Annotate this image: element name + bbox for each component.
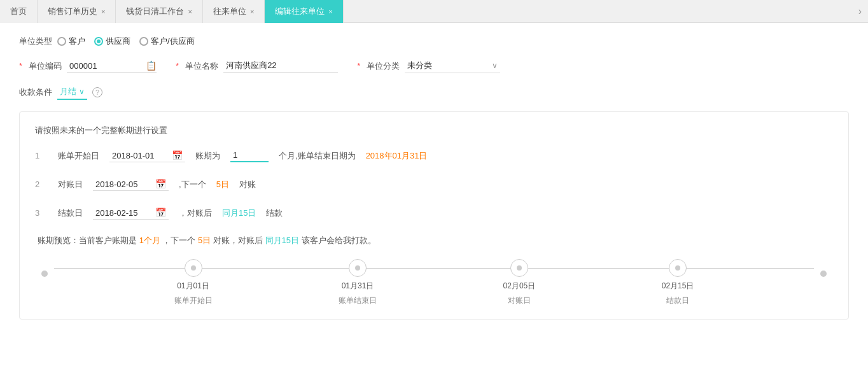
date-field-1[interactable] xyxy=(112,151,169,160)
period-suffix-after-3: 结款 xyxy=(266,208,283,219)
tab-home[interactable]: 首页 xyxy=(0,0,38,23)
timeline-label-1: 账单开始日 xyxy=(174,295,213,306)
unit-code-icon[interactable]: 📋 xyxy=(146,60,157,71)
radio-customer-circle xyxy=(57,37,66,46)
tab-home-label: 首页 xyxy=(10,6,27,17)
period-row-2: 2 对账日 📅 ,下一个 5日 对账 xyxy=(35,178,833,191)
main-content: 单位类型 客户 供应商 客户/供应商 * 单位编码 xyxy=(0,23,868,387)
timeline-dot-inner-1 xyxy=(191,265,196,271)
period-row-3: 3 结款日 📅 ，对账后 同月15日 结款 xyxy=(35,206,833,220)
tab-partner[interactable]: 往来单位 × xyxy=(203,0,265,23)
preview-part1: 1个月 xyxy=(139,236,160,245)
timeline-left-end-dot xyxy=(41,271,48,277)
tab-edit-partner[interactable]: 编辑往来单位 × xyxy=(265,0,343,23)
date-field-2[interactable] xyxy=(95,179,153,189)
radio-both-circle xyxy=(139,37,148,46)
radio-customer-label: 客户 xyxy=(69,36,85,47)
unit-category-label: 单位分类 xyxy=(367,60,400,72)
unit-name-input[interactable] xyxy=(223,60,338,73)
section-title: 请按照未来的一个完整帐期进行设置 xyxy=(35,125,833,136)
timeline-wrapper: 01月01日 账单开始日 01月31日 账单结束日 02月05日 xyxy=(35,259,833,306)
preview-part2: 5日 xyxy=(198,236,211,245)
tab-partner-close[interactable]: × xyxy=(250,8,254,15)
period-suffix-before-2: ,下一个 xyxy=(179,179,206,190)
unit-code-label: 单位编码 xyxy=(29,60,62,72)
period-num-1: 1 xyxy=(35,151,48,160)
period-num-3: 3 xyxy=(35,208,48,218)
timeline-point-1: 01月01日 账单开始日 xyxy=(174,259,213,306)
timeline-date-2: 01月31日 xyxy=(342,281,374,292)
date-field-3[interactable] xyxy=(95,208,153,218)
unit-category-required-star: * xyxy=(357,61,360,71)
timeline-dot-inner-4 xyxy=(675,265,680,271)
timeline-dot-outer-4 xyxy=(669,259,687,277)
tab-sales-history-label: 销售订单历史 xyxy=(48,6,97,17)
tab-partner-label: 往来单位 xyxy=(213,6,246,17)
preview-suffix: 该客户会给我打款。 xyxy=(302,236,376,245)
period-suffix-after-2: 对账 xyxy=(239,179,256,190)
tab-edit-partner-label: 编辑往来单位 xyxy=(275,6,325,17)
calendar-icon-3[interactable]: 📅 xyxy=(155,208,166,218)
timeline-dot-outer-3 xyxy=(510,259,528,277)
timeline-right-end-dot xyxy=(820,271,827,277)
unit-category-value: 未分类 xyxy=(407,60,489,71)
period-num-2: 2 xyxy=(35,179,48,189)
timeline-point-2: 01月31日 账单结束日 xyxy=(339,259,377,306)
period-months-input[interactable] xyxy=(230,149,269,162)
date-input-3: 📅 xyxy=(93,206,169,220)
radio-supplier[interactable]: 供应商 xyxy=(94,36,130,47)
radio-group-unit-type: 客户 供应商 客户/供应商 xyxy=(57,36,195,47)
tab-cash-work[interactable]: 钱货日清工作台 × xyxy=(116,0,202,23)
payment-terms-group: 收款条件 月结 ∨ ? xyxy=(19,85,102,100)
unit-name-label: 单位名称 xyxy=(185,60,218,72)
tab-sales-history-close[interactable]: × xyxy=(101,8,105,15)
period-label-3: 结款日 xyxy=(58,208,83,219)
unit-category-arrow-icon: ∨ xyxy=(492,61,498,70)
tab-cash-work-close[interactable]: × xyxy=(188,8,192,15)
date-input-2: 📅 xyxy=(93,178,169,191)
tab-edit-partner-close[interactable]: × xyxy=(328,8,332,15)
unit-code-required-star: * xyxy=(19,61,22,71)
period-section: 请按照未来的一个完整帐期进行设置 1 账单开始日 📅 账期为 个月,账单结束日期… xyxy=(19,111,849,320)
timeline-date-4: 02月15日 xyxy=(662,281,694,292)
unit-name-required-star: * xyxy=(176,61,179,71)
unit-name-group: * 单位名称 xyxy=(176,60,338,73)
unit-type-label: 单位类型 xyxy=(19,36,52,47)
preview-text: 账期预览：当前客户账期是 1个月 ，下一个 5日 对账，对账后 同月15日 该客… xyxy=(35,235,833,246)
date-input-1: 📅 xyxy=(109,149,185,162)
tab-expand-icon[interactable]: › xyxy=(852,6,868,17)
radio-supplier-circle xyxy=(94,37,103,46)
period-row-1: 1 账单开始日 📅 账期为 个月,账单结束日期为 2018年01月31日 xyxy=(35,149,833,162)
calendar-icon-2[interactable]: 📅 xyxy=(155,179,166,189)
payment-terms-select[interactable]: 月结 ∨ xyxy=(57,85,87,100)
radio-both-label: 客户/供应商 xyxy=(151,36,195,47)
payment-terms-label: 收款条件 xyxy=(19,87,52,98)
unit-type-group: 单位类型 客户 供应商 客户/供应商 xyxy=(19,36,195,47)
preview-part3: 同月15日 xyxy=(265,236,299,245)
unit-type-row: 单位类型 客户 供应商 客户/供应商 xyxy=(19,36,849,47)
period-label-2: 对账日 xyxy=(58,179,83,190)
tab-bar: 首页 销售订单历史 × 钱货日清工作台 × 往来单位 × 编辑往来单位 × › xyxy=(0,0,868,23)
radio-customer[interactable]: 客户 xyxy=(57,36,85,47)
timeline-point-3: 02月05日 对账日 xyxy=(503,259,536,306)
payment-terms-help-icon[interactable]: ? xyxy=(92,87,102,97)
timeline-dot-inner-3 xyxy=(517,265,522,271)
timeline-label-3: 对账日 xyxy=(508,295,531,306)
unit-code-input-wrapper: 📋 xyxy=(67,60,157,73)
preview-sep2: 对账，对账后 xyxy=(213,236,263,245)
calendar-icon-1[interactable]: 📅 xyxy=(172,150,183,160)
radio-both[interactable]: 客户/供应商 xyxy=(139,36,195,47)
period-highlight-3: 同月15日 xyxy=(222,208,256,219)
unit-details-row: * 单位编码 📋 * 单位名称 * 单位分类 未分类 ∨ xyxy=(19,59,849,73)
tab-sales-history[interactable]: 销售订单历史 × xyxy=(38,0,116,23)
timeline-dot-outer-1 xyxy=(185,259,202,277)
timeline-label-2: 账单结束日 xyxy=(339,295,377,306)
payment-terms-value: 月结 xyxy=(60,86,76,97)
unit-code-input[interactable] xyxy=(67,60,143,72)
unit-code-group: * 单位编码 📋 xyxy=(19,60,157,73)
period-suffix-before-1: 账期为 xyxy=(195,150,220,162)
payment-terms-row: 收款条件 月结 ∨ ? xyxy=(19,85,849,100)
unit-category-select[interactable]: 未分类 ∨ xyxy=(405,59,500,73)
preview-prefix: 账期预览：当前客户账期是 xyxy=(38,236,137,245)
payment-terms-arrow-icon: ∨ xyxy=(79,87,85,96)
